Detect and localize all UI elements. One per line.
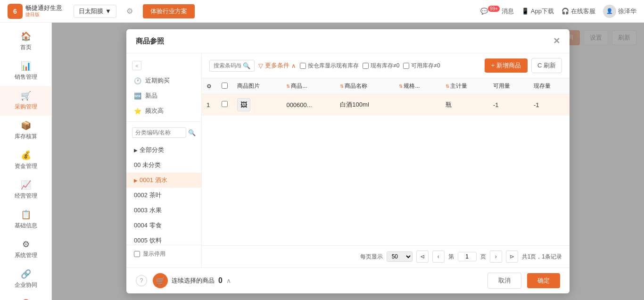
layout: 🏠 首页 📊 销售管理 🛒 采购管理 📦 库存核算 💰 资金管理 📈 经营管理 … (0, 23, 644, 300)
add-product-btn[interactable]: + 新增商品 (485, 58, 528, 73)
show-disabled-checkbox[interactable] (134, 251, 140, 257)
logo-sub: 捷目版 (25, 11, 62, 18)
exp-btn[interactable]: 体验行业方案 (143, 4, 195, 18)
sort-icon: ⇅ (446, 83, 449, 89)
home-icon: 🏠 (21, 31, 31, 42)
th-available-label: 可用量 (493, 83, 510, 89)
page-first-btn[interactable]: ⊲ (416, 250, 429, 263)
warehouse-checkbox[interactable] (300, 63, 306, 69)
operations-icon: 📈 (21, 180, 31, 190)
row-name: 白酒100ml (335, 94, 394, 116)
enterprise-icon: 🔗 (21, 269, 31, 279)
filter-more-btn[interactable]: ▽ 更多条件 ∧ (258, 61, 296, 70)
page-word2: 页 (480, 253, 486, 261)
logo-text: 畅捷通好生意 (25, 4, 62, 12)
sidebar-item-finance[interactable]: 💰 资金管理 (0, 145, 51, 175)
cat-4[interactable]: 0004 零食 (126, 218, 201, 233)
quick-freq[interactable]: ⭐ 频次高 (126, 103, 201, 118)
sidebar-item-enterprise[interactable]: 🔗 企业协同 (0, 264, 51, 294)
show-disabled-label: 显示停用 (143, 250, 165, 258)
cat-5[interactable]: 0005 饮料 (126, 233, 201, 245)
sidebar-item-label: 首页 (20, 43, 32, 51)
product-search-input[interactable] (214, 62, 241, 69)
per-page-select[interactable]: 50 10 20 100 (387, 251, 413, 262)
cat-0[interactable]: 00 未分类 (126, 158, 201, 173)
quick-recent[interactable]: 🕐 近期购买 (126, 73, 201, 88)
sidebar-item-system[interactable]: ⚙ 系统管理 (0, 234, 51, 264)
cat-label: 0001 酒水 (140, 176, 167, 184)
sidebar-item-inventory[interactable]: 📦 库存核算 (0, 116, 51, 145)
help-icon[interactable]: ? (136, 275, 147, 286)
refresh-btn[interactable]: C 刷新 (531, 58, 562, 73)
finance-icon: 💰 (21, 150, 31, 160)
sidebar-item-label: 库存核算 (15, 133, 37, 141)
gear-icon[interactable]: ⚙ (206, 83, 212, 90)
table-row[interactable]: 1 🖼 (202, 94, 570, 116)
msg-item[interactable]: 💬 99+ 消息 (480, 7, 514, 16)
category-list: ▶ 全部分类 00 未分类 ▶ 0001 酒水 0002 茶 (126, 141, 201, 245)
filter-icon: ▽ (258, 62, 263, 69)
cat-all[interactable]: ▶ 全部分类 (126, 142, 201, 158)
th-gear[interactable]: ⚙ (202, 78, 217, 94)
page-input[interactable] (458, 252, 477, 261)
product-image-icon: 🖼 (240, 101, 247, 108)
chevron-up-icon: ∧ (291, 62, 296, 69)
row-checkbox[interactable] (222, 101, 228, 107)
cat-label: 全部分类 (140, 146, 164, 154)
cat-3[interactable]: 0003 水果 (126, 203, 201, 218)
search-icon[interactable]: 🔍 (243, 62, 250, 69)
system-icon: ⚙ (22, 239, 30, 250)
category-search-input[interactable] (132, 127, 186, 138)
cat-1[interactable]: ▶ 0001 酒水 (126, 173, 201, 188)
sidebar-item-home[interactable]: 🏠 首页 (0, 26, 51, 56)
row-image: 🖼 (232, 94, 281, 116)
cat-label: 0003 水果 (134, 206, 162, 215)
chevron-up-icon[interactable]: ∧ (226, 277, 231, 284)
sidebar-item-guide[interactable]: 🎯 新手引导 (0, 294, 51, 300)
th-spec: ⇅ 规格... (394, 78, 440, 94)
user-item[interactable]: 👤 徐泽华 (603, 5, 636, 18)
cancel-button[interactable]: 取消 (487, 273, 521, 289)
new-icon: 🆕 (134, 92, 141, 100)
show-disabled-row: 显示停用 (126, 245, 201, 263)
page-last-btn[interactable]: ⊳ (506, 250, 518, 263)
online-service-item[interactable]: 🎧 在线客服 (561, 7, 595, 16)
row-unit: 瓶 (441, 94, 488, 116)
confirm-button[interactable]: 确定 (527, 273, 560, 288)
page-next-btn[interactable]: › (490, 250, 502, 263)
logo-icon: 6 (8, 4, 23, 19)
logo-area: 6 畅捷通好生意 捷目版 (8, 4, 62, 19)
select-all-checkbox[interactable] (222, 83, 228, 89)
search-icon[interactable]: 🔍 (188, 129, 196, 136)
page-prev-btn[interactable]: ‹ (432, 250, 445, 263)
current-stock-label: 现有库存≠0 (371, 62, 399, 70)
sidebar-item-sales[interactable]: 📊 销售管理 (0, 56, 51, 86)
cat-2[interactable]: 0002 茶叶 (126, 188, 201, 203)
current-stock-checkbox[interactable] (363, 63, 369, 69)
gear-icon[interactable]: ⚙ (122, 4, 137, 19)
msg-badge: 99+ (488, 6, 500, 12)
modal-close-button[interactable]: ✕ (553, 36, 560, 46)
modal-header: 商品参照 ✕ (126, 29, 570, 53)
sidebar-item-purchase[interactable]: 🛒 采购管理 (0, 86, 51, 116)
row-code: 000600... (281, 94, 335, 116)
sales-icon: 📊 (21, 61, 31, 71)
msg-label: 消息 (502, 7, 514, 16)
sidebar-item-label: 销售管理 (15, 73, 37, 81)
available-stock-checkbox[interactable] (403, 63, 409, 69)
th-spec-label: 规格... (404, 82, 420, 90)
cart-icon: 🛒 (153, 273, 168, 288)
collapse-button[interactable]: « (132, 61, 141, 70)
available-stock-checkbox-label[interactable]: 可用库存≠0 (403, 62, 440, 70)
quick-new[interactable]: 🆕 新品 (126, 88, 201, 103)
warehouse-checkbox-label[interactable]: 按仓库显示现有库存 (300, 62, 359, 70)
username-label: 徐泽华 (618, 7, 636, 16)
current-stock-checkbox-label[interactable]: 现有库存≠0 (363, 62, 399, 70)
app-download-item[interactable]: 📱 App下载 (521, 7, 554, 16)
sidebar-item-basic[interactable]: 📋 基础信息 (0, 205, 51, 234)
purchase-icon: 🛒 (21, 91, 31, 101)
row-current: -1 (529, 94, 570, 116)
nav-selector[interactable]: 日太阳膜 ▼ (74, 5, 116, 18)
sidebar-item-operations[interactable]: 📈 经营管理 (0, 175, 51, 205)
row-check (217, 94, 232, 116)
